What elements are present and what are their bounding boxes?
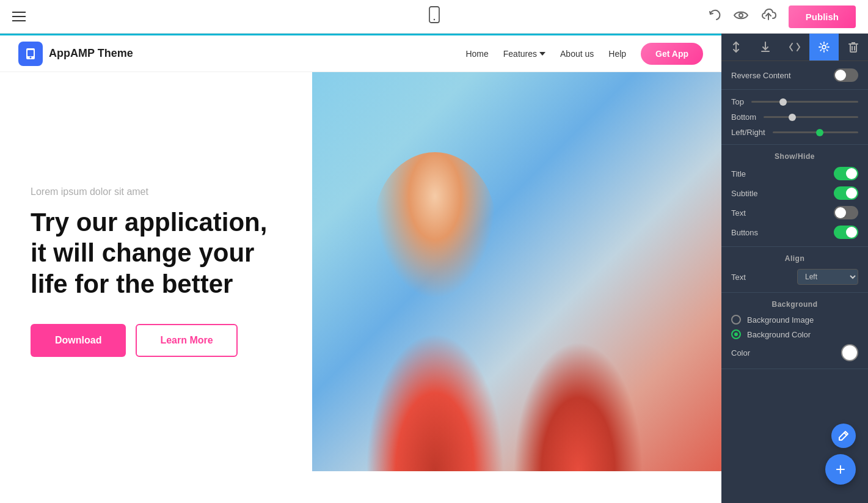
left-right-slider[interactable] [773, 131, 858, 133]
left-right-label: Left/Right [731, 128, 765, 137]
svg-point-2 [739, 13, 743, 17]
site-logo: AppAMP Theme [18, 42, 133, 66]
align-text-label: Text [731, 273, 746, 282]
title-row: Title [731, 167, 858, 180]
hamburger-icon[interactable] [12, 12, 26, 21]
reverse-content-label: Reverse Content [731, 71, 791, 80]
svg-rect-10 [850, 44, 856, 52]
cloud-upload-icon[interactable] [760, 9, 776, 25]
show-hide-title: Show/Hide [731, 152, 858, 161]
site-nav: AppAMP Theme Home Features About us Help… [0, 35, 721, 72]
show-hide-section: Show/Hide Title Subtitle Text Bu [721, 145, 868, 247]
left-right-row: Left/Right [731, 128, 858, 137]
hero-subtitle: Lorem ipsum dolor sit amet [31, 186, 282, 197]
background-color-radio[interactable] [731, 329, 741, 339]
hero-section: Lorem ipsum dolor sit amet Try our appli… [0, 72, 721, 471]
align-title: Align [731, 254, 858, 263]
align-text-row: Text Left Center Right [731, 269, 858, 285]
background-color-label: Background Color [747, 330, 811, 339]
svg-point-9 [822, 45, 826, 49]
panel-toolbar [721, 34, 868, 61]
subtitle-toggle[interactable] [834, 186, 858, 200]
svg-rect-4 [27, 50, 34, 56]
eye-icon[interactable] [734, 9, 748, 25]
topbar-right: Publish [708, 6, 856, 28]
canvas: AppAMP Theme Home Features About us Help… [0, 34, 721, 503]
color-label: Color [731, 348, 750, 358]
align-section: Align Text Left Center Right [721, 247, 868, 293]
bottom-row: Bottom [731, 112, 858, 122]
background-image-label: Background Image [747, 315, 814, 325]
get-app-button[interactable]: Get App [641, 43, 703, 65]
background-color-row: Background Color [731, 329, 858, 339]
text-label: Text [731, 208, 746, 218]
undo-icon[interactable] [708, 9, 721, 25]
buttons-label: Buttons [731, 228, 758, 237]
reverse-content-toggle[interactable] [834, 68, 858, 82]
learn-more-button[interactable]: Learn More [136, 324, 237, 357]
hero-title: Try our application, it will change your… [31, 207, 282, 299]
topbar: Publish [0, 0, 868, 34]
panel-tool-delete[interactable] [839, 34, 868, 61]
color-row: Color [731, 344, 858, 361]
top-row: Top [731, 97, 858, 106]
buttons-row: Buttons [731, 226, 858, 239]
panel-tool-code[interactable] [780, 34, 809, 61]
reverse-content-row: Reverse Content [731, 68, 858, 82]
pencil-button[interactable] [831, 424, 856, 448]
logo-icon [18, 42, 43, 66]
nav-link-about[interactable]: About us [560, 49, 594, 59]
bottom-label: Bottom [731, 112, 756, 122]
hero-buttons: Download Learn More [31, 324, 282, 357]
panel-tool-settings[interactable] [809, 34, 839, 61]
nav-link-home[interactable]: Home [465, 49, 488, 59]
subtitle-label: Subtitle [731, 189, 757, 198]
publish-button[interactable]: Publish [789, 6, 856, 28]
main-area: AppAMP Theme Home Features About us Help… [0, 34, 868, 503]
hero-image [312, 72, 721, 471]
panel-tool-download[interactable] [751, 34, 780, 61]
buttons-toggle[interactable] [834, 226, 858, 239]
logo-text: AppAMP Theme [49, 47, 133, 60]
topbar-center [427, 6, 442, 27]
top-slider[interactable] [751, 101, 858, 103]
background-image-radio[interactable] [731, 315, 741, 325]
download-button[interactable]: Download [31, 324, 126, 357]
add-button[interactable]: + [825, 454, 856, 485]
panel-tool-sort[interactable] [721, 34, 751, 61]
bottom-slider[interactable] [764, 116, 858, 118]
topbar-left [12, 12, 26, 21]
site-nav-links: Home Features About us Help Get App [465, 43, 703, 65]
title-toggle[interactable] [834, 167, 858, 180]
nav-link-features[interactable]: Features [503, 49, 545, 59]
reverse-content-section: Reverse Content [721, 61, 868, 90]
nav-link-help[interactable]: Help [608, 49, 626, 59]
hero-left: Lorem ipsum dolor sit amet Try our appli… [0, 72, 312, 471]
title-label: Title [731, 169, 746, 178]
color-swatch[interactable] [841, 344, 858, 361]
align-select[interactable]: Left Center Right [797, 269, 858, 285]
hero-right [312, 72, 721, 471]
background-title: Background [731, 300, 858, 309]
subtitle-row: Subtitle [731, 186, 858, 200]
text-toggle[interactable] [834, 206, 858, 219]
background-section: Background Background Image Background C… [721, 293, 868, 369]
background-image-row: Background Image [731, 315, 858, 325]
text-row: Text [731, 206, 858, 219]
phone-icon[interactable] [427, 6, 442, 27]
svg-point-5 [30, 56, 32, 58]
top-label: Top [731, 97, 744, 106]
padding-section: Top Bottom Left/Right [721, 90, 868, 145]
